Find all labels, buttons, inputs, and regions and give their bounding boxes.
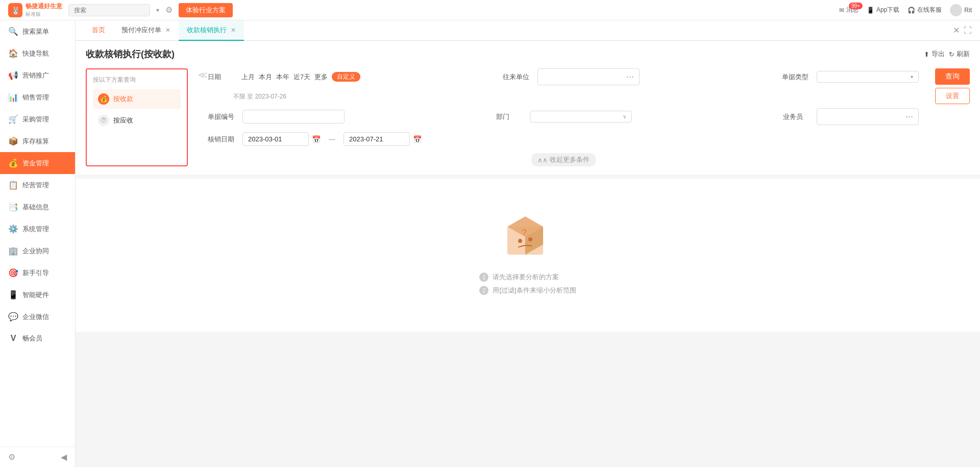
search-input[interactable] bbox=[68, 4, 150, 16]
verify-date-to-input[interactable] bbox=[344, 132, 410, 146]
user-name: Rit bbox=[964, 7, 972, 14]
date-custom-tag[interactable]: 自定义 bbox=[332, 72, 360, 82]
sidebar-item-quick-nav[interactable]: 🏠 快捷导航 bbox=[0, 42, 75, 64]
system-icon: ⚙️ bbox=[8, 224, 18, 234]
sidebar-label-member: 畅会员 bbox=[22, 334, 42, 343]
settings-icon[interactable]: ⚙ bbox=[165, 5, 173, 15]
date-separator: — bbox=[329, 135, 335, 143]
close-receipt-icon[interactable]: ✕ bbox=[231, 27, 236, 34]
sidebar-item-enterprise[interactable]: 🏢 企业协同 bbox=[0, 240, 75, 262]
sidebar-item-system[interactable]: ⚙️ 系统管理 bbox=[0, 218, 75, 240]
step-1-num: 1 bbox=[479, 273, 488, 282]
fullscreen-icon[interactable]: ⛶ bbox=[964, 26, 972, 35]
sidebar-label-operations: 经营管理 bbox=[22, 181, 49, 190]
sales-icon: 📊 bbox=[8, 92, 18, 102]
sidebar: 🔍 搜索菜单 🏠 快捷导航 📢 营销推广 📊 销售管理 🛒 采购管理 📦 库存核… bbox=[0, 20, 76, 467]
tab-prepay[interactable]: 预付冲应付单 ✕ bbox=[113, 20, 179, 41]
empty-state: ? 1 请先选择要分析的方案 2 用[过滤]条件来缩小分析范围 bbox=[76, 179, 980, 332]
tab-home-label: 首页 bbox=[92, 26, 105, 35]
empty-illustration: ? bbox=[497, 211, 558, 262]
main-content: 首页 预付冲应付单 ✕ 收款核销执行 ✕ ✕ ⛶ 收款核销执行(按收款) ⬆ 导… bbox=[76, 20, 980, 467]
main-layout: 🔍 搜索菜单 🏠 快捷导航 📢 营销推广 📊 销售管理 🛒 采购管理 📦 库存核… bbox=[0, 20, 980, 467]
partner-select[interactable]: ··· bbox=[537, 68, 640, 85]
sidebar-item-purchase[interactable]: 🛒 采购管理 bbox=[0, 108, 75, 130]
sidebar-label-inventory: 库存核算 bbox=[22, 137, 49, 146]
tab-receipt-label: 收款核销执行 bbox=[187, 26, 227, 35]
sidebar-label-finance: 资金管理 bbox=[22, 159, 49, 168]
tab-prepay-label: 预付冲应付单 bbox=[121, 26, 161, 35]
collapse-filter-icon[interactable]: ≪ bbox=[198, 69, 208, 81]
empty-step-2: 2 用[过滤]条件来缩小分析范围 bbox=[479, 286, 576, 295]
content-area: 按以下方案查询 💰 按收款 ⏱ 按应收 ≪ bbox=[76, 60, 980, 467]
doc-no-label: 单据编号 bbox=[208, 112, 234, 121]
sidebar-item-search-menu[interactable]: 🔍 搜索菜单 bbox=[0, 20, 75, 42]
sidebar-item-wechat[interactable]: 💬 企业微信 bbox=[0, 306, 75, 328]
solution-button[interactable]: 体验行业方案 bbox=[179, 3, 233, 17]
message-badge: 99+ bbox=[849, 3, 863, 9]
payable-option-label: 按应收 bbox=[113, 116, 133, 125]
member-icon: V bbox=[8, 334, 18, 343]
filter-settings-button[interactable]: 设置 bbox=[935, 88, 970, 104]
shortcut-last-month[interactable]: 上月 bbox=[241, 72, 255, 82]
app-download-item[interactable]: 📱 App下载 bbox=[867, 6, 899, 14]
cal-from-icon[interactable]: 📅 bbox=[312, 135, 321, 143]
settings-bottom-icon[interactable]: ⚙ bbox=[8, 452, 15, 462]
shortcut-more[interactable]: 更多 bbox=[314, 72, 328, 82]
guide-icon: 🎯 bbox=[8, 268, 18, 278]
app-name: 畅捷通好生意 bbox=[26, 2, 62, 11]
page-title: 收款核销执行(按收款) bbox=[86, 48, 175, 60]
verify-date-from-input[interactable] bbox=[242, 132, 309, 146]
app-logo: 🐰 畅捷通好生意 标准版 bbox=[8, 2, 62, 18]
sidebar-item-smart-hw[interactable]: 📱 智能硬件 bbox=[0, 284, 75, 306]
filter-left: 按以下方案查询 💰 按收款 ⏱ 按应收 bbox=[86, 68, 188, 166]
sidebar-item-basic-info[interactable]: 📑 基础信息 bbox=[0, 196, 75, 218]
tab-home[interactable]: 首页 bbox=[84, 20, 113, 41]
staff-label: 业务员 bbox=[783, 112, 808, 121]
refresh-icon: ↻ bbox=[949, 51, 954, 58]
headset-icon: 🎧 bbox=[908, 7, 915, 14]
enterprise-icon: 🏢 bbox=[8, 246, 18, 256]
doc-no-input[interactable] bbox=[242, 110, 345, 124]
dept-arrow-icon: ∨ bbox=[623, 114, 626, 119]
sidebar-item-operations[interactable]: 📋 经营管理 bbox=[0, 174, 75, 196]
collapse-more-button[interactable]: ∧∧ 收起更多条件 bbox=[531, 153, 596, 166]
shortcut-7days[interactable]: 近7天 bbox=[293, 72, 310, 82]
staff-more-icon[interactable]: ··· bbox=[905, 111, 913, 122]
close-tab-icon[interactable]: ✕ bbox=[953, 26, 960, 35]
dept-label: 部门 bbox=[496, 112, 522, 121]
sidebar-item-member[interactable]: V 畅会员 bbox=[0, 328, 75, 349]
partner-more-icon[interactable]: ··· bbox=[626, 71, 634, 82]
refresh-button[interactable]: ↻ 刷新 bbox=[949, 50, 970, 59]
cal-to-icon[interactable]: 📅 bbox=[413, 135, 422, 143]
sidebar-label-quick: 快捷导航 bbox=[22, 49, 49, 58]
sidebar-item-marketing[interactable]: 📢 营销推广 bbox=[0, 64, 75, 86]
sidebar-item-sales[interactable]: 📊 销售管理 bbox=[0, 86, 75, 108]
filter-left-title: 按以下方案查询 bbox=[93, 76, 181, 84]
doc-type-select[interactable]: ▾ bbox=[817, 71, 919, 83]
search-chevron-icon[interactable]: ▾ bbox=[156, 7, 159, 14]
message-item[interactable]: ✉ 消息 99+ bbox=[839, 6, 859, 14]
export-label: 导出 bbox=[932, 50, 945, 59]
filter-option-by-receipt[interactable]: 💰 按收款 bbox=[93, 89, 181, 109]
app-sub: 标准版 bbox=[26, 11, 62, 18]
collapse-sidebar-icon[interactable]: ◀ bbox=[61, 452, 67, 462]
sidebar-label-enterprise: 企业协同 bbox=[22, 247, 49, 256]
avatar bbox=[950, 4, 962, 16]
sidebar-item-inventory[interactable]: 📦 库存核算 bbox=[0, 130, 75, 152]
close-prepay-icon[interactable]: ✕ bbox=[165, 27, 170, 34]
user-item[interactable]: Rit bbox=[950, 4, 972, 16]
sidebar-item-finance[interactable]: 💰 资金管理 bbox=[0, 152, 75, 174]
export-button[interactable]: ⬆ 导出 bbox=[924, 50, 945, 59]
shortcut-this-month[interactable]: 本月 bbox=[259, 72, 272, 82]
tab-bar-actions: ✕ ⛶ bbox=[953, 26, 972, 35]
export-icon: ⬆ bbox=[924, 51, 929, 58]
inventory-icon: 📦 bbox=[8, 136, 18, 146]
filter-option-by-payable[interactable]: ⏱ 按应收 bbox=[93, 111, 181, 130]
sidebar-item-guide[interactable]: 🎯 新手引导 bbox=[0, 262, 75, 284]
online-service-item[interactable]: 🎧 在线客服 bbox=[908, 6, 942, 14]
query-button[interactable]: 查询 bbox=[935, 68, 970, 85]
dept-select[interactable]: ∨ bbox=[530, 111, 632, 122]
shortcut-this-year[interactable]: 本年 bbox=[276, 72, 289, 82]
staff-select[interactable]: ··· bbox=[817, 108, 919, 125]
tab-receipt-verify[interactable]: 收款核销执行 ✕ bbox=[179, 20, 244, 41]
